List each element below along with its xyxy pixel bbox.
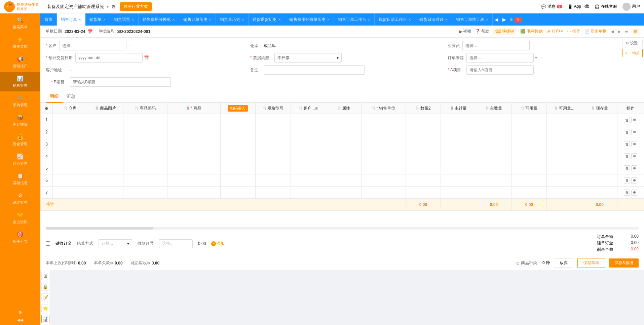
product-sort-icon[interactable]: ⇅ xyxy=(186,106,190,111)
order-source-dropdown-icon[interactable]: ▾ xyxy=(534,55,538,60)
row-6-delete-icon[interactable]: 🗑 xyxy=(624,177,630,184)
main-qty-sort-icon[interactable]: ⇅ xyxy=(486,106,489,111)
attribute-sort-icon[interactable]: ⇅ xyxy=(338,106,341,111)
tab-expense-split[interactable]: 销售费用分摊单 ✕ xyxy=(139,13,179,26)
sidebar-settings-icon[interactable]: ⚙ xyxy=(18,310,22,315)
quick-order-input[interactable] xyxy=(46,241,50,246)
tab-prev-btn[interactable]: ◀ xyxy=(493,17,500,22)
row-1-spec[interactable] xyxy=(256,114,291,126)
discard-button[interactable]: 放弃 xyxy=(554,258,573,268)
right-icon-2[interactable]: 🔒 xyxy=(41,283,49,291)
row-1-copy-icon[interactable]: ⊕ xyxy=(631,117,637,123)
tab-goods-history[interactable]: 销货单历史 ✕ xyxy=(216,13,249,26)
notes-input[interactable] xyxy=(264,65,365,75)
row-4-copy-icon[interactable]: ⊕ xyxy=(631,153,637,159)
tab-next-btn[interactable]: ▶ xyxy=(500,17,508,22)
tab-return-history-close[interactable]: ✕ xyxy=(278,18,281,22)
sidebar-item-operations[interactable]: 📈 经营管理 xyxy=(0,150,40,169)
list-view-btn[interactable]: ☰ xyxy=(625,29,629,34)
right-icon-1[interactable]: ⊞ xyxy=(41,272,49,280)
customer-dots-btn[interactable]: ··· xyxy=(126,43,132,48)
online-service-item[interactable]: 🎧 在线客服 xyxy=(595,4,617,9)
tab-order-stats[interactable]: 销售订单统计表 ✕ xyxy=(452,13,493,26)
warehouse-dots-btn[interactable]: ··· xyxy=(276,43,282,48)
help-btn[interactable]: ❓ 帮助 xyxy=(475,29,489,34)
tab-expense-history-close[interactable]: ✕ xyxy=(327,18,330,22)
row-1-delete-icon[interactable]: 🗑 xyxy=(624,117,630,123)
sidebar-item-system[interactable]: ⚙ 系统管理 xyxy=(0,189,40,208)
calendar-icon[interactable]: 📅 xyxy=(88,29,93,34)
sidebar-item-basic-info[interactable]: 📋 基础信息 xyxy=(0,169,40,189)
b-project-input[interactable] xyxy=(70,77,171,87)
tab-order-stats-close[interactable]: ✕ xyxy=(486,18,488,22)
tab-home[interactable]: 首页 xyxy=(40,13,57,26)
tab-return-close[interactable]: ✕ xyxy=(131,18,134,22)
row-1-customer-ref[interactable] xyxy=(291,114,326,126)
main-unit-sort-icon[interactable]: ⇅ xyxy=(450,106,454,111)
qty2-sort-icon[interactable]: ⇅ xyxy=(416,106,419,111)
row-4-delete-icon[interactable]: 🗑 xyxy=(624,153,630,159)
tab-return[interactable]: 销货退货 ✕ xyxy=(110,13,139,26)
prev-record-btn[interactable]: ◀ xyxy=(611,29,614,34)
row-7-delete-icon[interactable]: 🗑 xyxy=(624,190,630,196)
right-icon-4[interactable]: ⭐ xyxy=(41,304,49,312)
tab-daily-workbench-close[interactable]: ✕ xyxy=(408,18,411,22)
warehouse-sort-icon[interactable]: ⇅ xyxy=(64,106,67,111)
available2-sort-icon[interactable]: ⇅ xyxy=(555,106,558,111)
grid-view-btn[interactable]: ⊞ xyxy=(633,29,639,35)
tab-sales-order-close[interactable]: ✕ xyxy=(78,18,81,22)
sidebar-item-search[interactable]: 🔍 搜索菜单 xyxy=(0,13,40,33)
tab-close-all-btn[interactable]: ✕ xyxy=(515,17,522,23)
user-item[interactable]: 用户 xyxy=(622,3,640,11)
message-icon-item[interactable]: 💬 消息 9 xyxy=(541,4,562,9)
row-3-delete-icon[interactable]: 🗑 xyxy=(624,141,630,147)
tab-daily-workbench[interactable]: 钱货日清工作台 ✕ xyxy=(375,13,415,26)
column-settings-icon[interactable]: ⚙ xyxy=(45,106,48,111)
customer-ref-sort-icon[interactable]: ⇅ xyxy=(299,106,302,111)
sidebar-item-cooperation[interactable]: 🤝 企业协同 xyxy=(0,208,40,228)
current-stock-sort-icon[interactable]: ⇅ xyxy=(592,106,595,111)
row-1-warehouse[interactable] xyxy=(53,114,88,126)
sidebar-item-sales[interactable]: 📊 销售管理 xyxy=(0,72,40,91)
customer-input[interactable] xyxy=(59,41,126,50)
product-code-sort-icon[interactable]: ⇅ xyxy=(135,106,138,111)
right-icon-3[interactable]: 📝 xyxy=(41,293,49,301)
receipt-dots-btn[interactable]: ··· xyxy=(186,241,190,246)
row-1-attribute[interactable] xyxy=(326,114,362,126)
sidebar-item-purchase[interactable]: 🛒 采购管理 xyxy=(0,91,40,111)
tab-sales-order[interactable]: 销售订单 ✕ xyxy=(57,13,85,26)
industry-solution-button[interactable]: 体验行业方案 xyxy=(120,2,152,11)
sidebar-item-marketing[interactable]: 📢 营销推广 xyxy=(0,52,40,72)
tab-detail[interactable]: 明细 xyxy=(46,91,63,103)
history-btn[interactable]: 📄 历史单据 xyxy=(584,29,607,34)
row-2-delete-icon[interactable]: 🗑 xyxy=(624,129,630,135)
row-5-copy-icon[interactable]: ⊕ xyxy=(631,165,637,171)
tab-order-workbench[interactable]: 销售订单工作台 ✕ xyxy=(334,13,375,26)
salesperson-input[interactable] xyxy=(462,41,530,50)
save-new-button[interactable]: 保存&新增 xyxy=(609,258,639,268)
delivery-date-input[interactable] xyxy=(75,53,143,63)
a-project-input[interactable] xyxy=(466,65,534,75)
order-source-input[interactable] xyxy=(466,53,534,63)
tab-daily-reconcile-close[interactable]: ✕ xyxy=(445,18,448,22)
row-6-copy-icon[interactable]: ⊕ xyxy=(631,177,637,184)
tab-daily-reconcile[interactable]: 钱货日清对账 ✕ xyxy=(415,13,452,26)
sales-unit-sort-icon[interactable]: ⇅ xyxy=(372,106,375,111)
row-5-delete-icon[interactable]: 🗑 xyxy=(624,165,630,171)
row-3-copy-icon[interactable]: ⊕ xyxy=(631,141,637,147)
spec-sort-icon[interactable]: ⇅ xyxy=(263,106,266,111)
tab-order-history[interactable]: 销售订单历史 ✕ xyxy=(179,13,216,26)
tab-order-workbench-close[interactable]: ✕ xyxy=(368,18,370,22)
salesperson-dots-btn[interactable]: ··· xyxy=(530,43,536,48)
tab-expense-split-close[interactable]: ✕ xyxy=(172,18,175,22)
tab-summary[interactable]: 汇总 xyxy=(63,91,79,103)
profit-btn[interactable]: 💹 毛利预估 xyxy=(520,29,542,34)
sidebar-collapse-icon[interactable]: ◀◀ xyxy=(17,318,23,322)
scan-enter-button[interactable]: 扫码录入 xyxy=(228,105,248,112)
right-icon-5[interactable]: 📊 xyxy=(41,315,49,323)
print-dropdown-icon[interactable]: ▾ xyxy=(561,29,563,34)
quick-order-checkbox[interactable]: 一键收订金 xyxy=(46,241,72,246)
receipt-select[interactable]: 选择... ··· xyxy=(159,239,193,248)
row-1-unit[interactable] xyxy=(362,114,406,126)
add-button[interactable]: + 添加 xyxy=(211,241,225,246)
